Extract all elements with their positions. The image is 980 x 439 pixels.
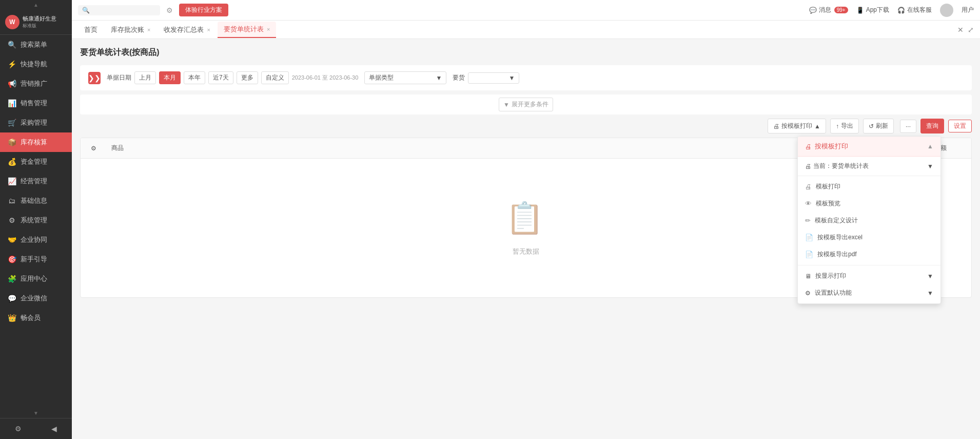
filter-bar: ❯❯ 单据日期 上月 本月 本年 近7天 更多 自定义 2023-06-01 至… — [80, 65, 972, 90]
window-close-btn[interactable]: ✕ — [957, 26, 964, 34]
sidebar-item-enterprise[interactable]: 🤝 企业协同 — [0, 230, 72, 250]
dropdown-set-default[interactable]: ⚙ 设置默认功能 ▼ — [798, 284, 940, 301]
date-btn-7days[interactable]: 近7天 — [208, 71, 233, 84]
app-download-btn[interactable]: 📱 App下载 — [856, 6, 889, 14]
dropdown-title: 按模板打印 — [815, 142, 848, 151]
dropdown-item-export-pdf[interactable]: 📄 按模板导出pdf — [798, 246, 940, 263]
sidebar-item-quick-nav[interactable]: ⚡ 快捷导航 — [0, 54, 72, 74]
tab-home[interactable]: 首页 — [78, 22, 104, 37]
query-btn[interactable]: 查询 — [920, 119, 944, 133]
tab-receipt-summary-close[interactable]: × — [207, 27, 210, 33]
sidebar-item-newcomer[interactable]: 🎯 新手引导 — [0, 250, 72, 269]
tab-window-btns: ✕ ⤢ — [957, 26, 974, 34]
sidebar-item-inventory-label: 库存核算 — [21, 138, 47, 147]
print-template-btn[interactable]: 🖨 按模板打印 ▲ — [768, 119, 826, 133]
sidebar-item-member-label: 畅会员 — [21, 313, 41, 322]
app-download-label: App下载 — [866, 6, 889, 14]
dropdown-item-template-preview[interactable]: 👁 模板预览 — [798, 195, 940, 212]
display-print-label: 按显示打印 — [815, 272, 846, 280]
sidebar-item-wechat[interactable]: 💬 企业微信 — [0, 289, 72, 308]
export-icon: ↑ — [836, 123, 839, 130]
expand-more-btn[interactable]: ▼ 展开更多条件 — [499, 98, 553, 111]
sidebar-item-basic[interactable]: 🗂 基础信息 — [0, 191, 72, 211]
sidebar-scroll-down[interactable]: ▼ — [33, 409, 38, 417]
member-icon: 👑 — [7, 314, 16, 322]
dropdown-print-icon: 🖨 — [805, 143, 812, 150]
filter-expand-btn[interactable]: ❯❯ — [88, 72, 101, 84]
current-template-row[interactable]: 🖨 当前：要货单统计表 ▼ — [798, 159, 940, 174]
date-btn-last-month[interactable]: 上月 — [134, 71, 156, 84]
sidebar-scroll-up[interactable]: ▲ — [33, 1, 38, 9]
sidebar-item-operation[interactable]: 📈 经营管理 — [0, 171, 72, 191]
sidebar-item-finance[interactable]: 💰 资金管理 — [0, 152, 72, 171]
tab-order-stats[interactable]: 要货单统计表 × — [218, 22, 276, 38]
tab-batch-account[interactable]: 库存批次账 × — [105, 22, 156, 37]
experience-btn[interactable]: 体验行业方案 — [179, 4, 228, 16]
display-print-left: 🖥 按显示打印 — [805, 272, 846, 280]
date-btn-more[interactable]: 更多 — [237, 71, 258, 84]
tab-batch-account-close[interactable]: × — [147, 27, 150, 33]
date-filter-label: 单据日期 — [107, 73, 131, 82]
sidebar-nav: 🔍 搜索菜单 ⚡ 快捷导航 📢 营销推广 📊 销售管理 🛒 采购管理 📦 库存核… — [0, 35, 72, 408]
headset-icon: 🎧 — [897, 7, 905, 14]
th-product: 商品 — [105, 144, 813, 152]
print-dropdown-panel: 🖨 按模板打印 ▲ 🖨 当前：要货单统计表 ▼ — [797, 136, 941, 304]
set-default-icon: ⚙ — [805, 290, 811, 297]
date-filter-group: 单据日期 上月 本月 本年 近7天 更多 自定义 2023-06-01 至 20… — [107, 71, 358, 84]
order-category-select[interactable]: ▼ — [468, 72, 519, 84]
basic-icon: 🗂 — [7, 197, 16, 205]
sidebar-item-marketing[interactable]: 📢 营销推广 — [0, 74, 72, 93]
dropdown-item-export-excel[interactable]: 📄 按模板导出excel — [798, 229, 940, 246]
sidebar-item-member[interactable]: 👑 畅会员 — [0, 308, 72, 328]
online-service-btn[interactable]: 🎧 在线客服 — [897, 6, 932, 14]
sidebar-item-appstore-label: 应用中心 — [21, 274, 47, 283]
display-print-icon: 🖥 — [805, 273, 811, 280]
finance-icon: 💰 — [7, 158, 16, 166]
sidebar-item-purchase[interactable]: 🛒 采购管理 — [0, 113, 72, 132]
message-btn[interactable]: 💬 消息 99+ — [809, 6, 848, 14]
wechat-icon: 💬 — [7, 294, 16, 302]
dropdown-display-print[interactable]: 🖥 按显示打印 ▼ — [798, 268, 940, 284]
th-gear[interactable]: ⚙ — [85, 145, 105, 152]
date-btn-this-year[interactable]: 本年 — [184, 71, 205, 84]
sidebar-item-system[interactable]: ⚙ 系统管理 — [0, 211, 72, 230]
user-avatar[interactable] — [940, 4, 953, 17]
topbar-gear-btn[interactable]: ⚙ — [166, 6, 173, 14]
sidebar-item-marketing-label: 营销推广 — [21, 79, 47, 88]
settings-btn[interactable]: 设置 — [948, 120, 972, 132]
quick-nav-icon: ⚡ — [7, 60, 16, 68]
topbar-search[interactable]: 🔍 — [78, 5, 160, 15]
sidebar-item-finance-label: 资金管理 — [21, 157, 47, 166]
print-label: 按模板打印 — [781, 122, 812, 130]
tab-receipt-summary-label: 收发存汇总表 — [164, 25, 204, 34]
window-expand-btn[interactable]: ⤢ — [968, 26, 974, 34]
refresh-btn[interactable]: ↺ 刷新 — [863, 119, 894, 133]
dropdown-item-template-custom[interactable]: ✏ 模板自定义设计 — [798, 212, 940, 229]
settings-footer-btn[interactable]: ⚙ — [13, 423, 24, 435]
dropdown-collapse-btn[interactable]: ▲ — [927, 143, 933, 150]
refresh-label: 刷新 — [876, 122, 888, 130]
page-title: 要货单统计表(按商品) — [80, 47, 972, 58]
tab-receipt-summary[interactable]: 收发存汇总表 × — [158, 22, 216, 37]
sidebar-item-search[interactable]: 🔍 搜索菜单 — [0, 35, 72, 54]
type-filter-select[interactable]: 单据类型 ▼ — [364, 71, 446, 84]
sidebar-item-system-label: 系统管理 — [21, 216, 47, 225]
set-default-left: ⚙ 设置默认功能 — [805, 289, 852, 297]
sidebar-item-enterprise-label: 企业协同 — [21, 235, 47, 244]
date-btn-this-month[interactable]: 本月 — [159, 71, 181, 84]
sidebar-item-appstore[interactable]: 🧩 应用中心 — [0, 269, 72, 289]
sidebar-item-search-label: 搜索菜单 — [21, 40, 47, 49]
export-btn[interactable]: ↑ 导出 — [830, 119, 859, 133]
user-name: 用户 — [962, 6, 974, 14]
empty-illustration: 📋 — [505, 200, 546, 241]
collapse-footer-btn[interactable]: ◀ — [49, 423, 59, 435]
tab-order-stats-close[interactable]: × — [267, 26, 270, 32]
dropdown-item-template-print[interactable]: 🖨 模板打印 — [798, 178, 940, 195]
date-btn-custom[interactable]: 自定义 — [261, 71, 289, 84]
app-badge: 标准版 — [23, 23, 56, 29]
order-cat-chevron: ▼ — [508, 74, 515, 82]
sidebar-item-sales[interactable]: 📊 销售管理 — [0, 93, 72, 113]
more-actions-btn[interactable]: ··· — [900, 120, 916, 133]
sidebar-item-inventory[interactable]: 📦 库存核算 — [0, 132, 72, 152]
empty-text: 暂无数据 — [513, 247, 539, 256]
